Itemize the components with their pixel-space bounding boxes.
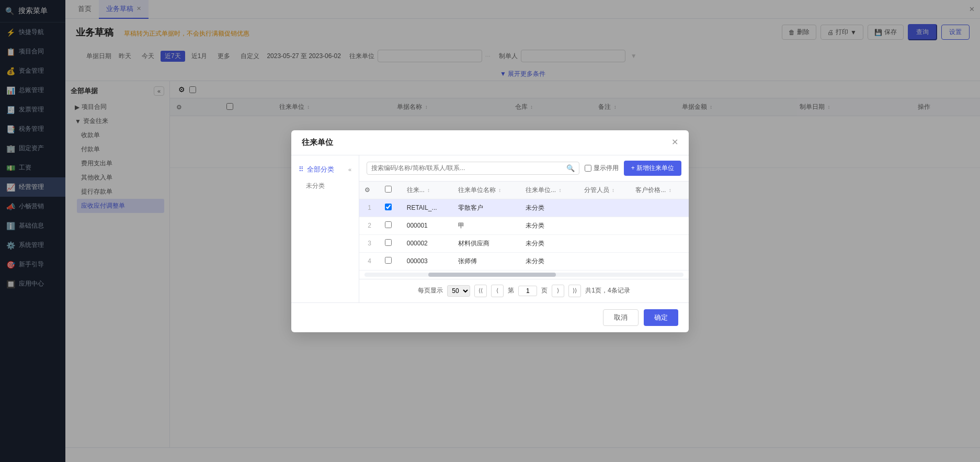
row-manager-cell	[579, 217, 631, 234]
row-settings-cell: 2	[359, 217, 380, 234]
row-category-cell: 未分类	[520, 252, 578, 270]
row-settings-cell: 3	[359, 234, 380, 252]
row-code-cell: 000003	[402, 252, 453, 270]
modal: 往来单位 ✕ ⠿ 全部分类 « 未分类	[291, 130, 689, 332]
modal-toolbar: 🔍 显示停用 + 新增往来单位	[359, 155, 689, 182]
row-name-cell: 张师傅	[453, 252, 520, 270]
modal-table-wrap: ⚙ 往来... ↕ 往来单位名称 ↕ 往来单位... ↕ 分管人员 ↕ 客户价格…	[359, 182, 689, 279]
row-manager-cell	[579, 199, 631, 217]
row-checkbox-cell[interactable]	[380, 217, 402, 234]
add-partner-button[interactable]: + 新增往来单位	[624, 161, 681, 176]
row-category-cell: 未分类	[520, 217, 578, 234]
modal-col-code: 往来... ↕	[402, 182, 453, 199]
modal-main: 🔍 显示停用 + 新增往来单位 ⚙	[359, 155, 689, 302]
modal-body: ⠿ 全部分类 « 未分类 🔍 显示停用	[291, 155, 689, 302]
row-code-cell: RETAIL_...	[402, 199, 453, 217]
modal-scrollbar-thumb	[428, 273, 556, 277]
next-page-btn[interactable]: ⟩	[552, 285, 564, 297]
row-code-cell: 000002	[402, 234, 453, 252]
prev-page-btn[interactable]: ⟨	[491, 285, 504, 297]
modal-scrollbar[interactable]	[364, 273, 683, 277]
row-checkbox-cell[interactable]	[380, 234, 402, 252]
modal-table-row[interactable]: 3 000002 材料供应商 未分类	[359, 234, 689, 252]
modal-sidebar-all[interactable]: ⠿ 全部分类 «	[291, 161, 359, 178]
row-checkbox-cell[interactable]	[380, 199, 402, 217]
row-name-cell: 材料供应商	[453, 234, 520, 252]
modal-overlay[interactable]: 往来单位 ✕ ⠿ 全部分类 « 未分类	[0, 0, 980, 462]
row-manager-cell	[579, 234, 631, 252]
row-category-cell: 未分类	[520, 234, 578, 252]
row-category-cell: 未分类	[520, 199, 578, 217]
modal-header: 往来单位 ✕	[291, 130, 689, 155]
modal-search-box[interactable]: 🔍	[367, 162, 579, 175]
row-settings-cell: 4	[359, 252, 380, 270]
show-disabled-checkbox[interactable]	[585, 165, 591, 172]
row-price-cell	[630, 234, 689, 252]
modal-close-button[interactable]: ✕	[671, 138, 678, 147]
modal-sidebar-collapse-icon[interactable]: «	[348, 166, 351, 173]
page-unit: 页	[541, 286, 548, 295]
modal-col-price: 客户价格... ↕	[630, 182, 689, 199]
page-label: 第	[508, 286, 514, 295]
row-price-cell	[630, 252, 689, 270]
modal-search-input[interactable]	[371, 164, 563, 172]
modal-col-checkbox	[380, 182, 402, 199]
modal-sidebar-uncategorized[interactable]: 未分类	[291, 178, 359, 194]
modal-col-category: 往来单位... ↕	[520, 182, 578, 199]
modal-footer: 取消 确定	[291, 302, 689, 332]
row-price-cell	[630, 199, 689, 217]
per-page-label: 每页显示	[418, 286, 443, 295]
first-page-btn[interactable]: ⟨⟨	[474, 285, 487, 297]
modal-title: 往来单位	[302, 138, 333, 148]
row-checkbox-cell[interactable]	[380, 252, 402, 270]
row-name-cell: 零散客户	[453, 199, 520, 217]
modal-sidebar: ⠿ 全部分类 « 未分类	[291, 155, 359, 302]
row-name-cell: 甲	[453, 217, 520, 234]
confirm-button[interactable]: 确定	[644, 309, 678, 326]
modal-table-row[interactable]: 2 000001 甲 未分类	[359, 217, 689, 234]
modal-pagination: 每页显示 50 ⟨⟨ ⟨ 第 页 ⟩ ⟩⟩ 共1页，4条记录	[359, 279, 689, 302]
modal-col-name: 往来单位名称 ↕	[453, 182, 520, 199]
row-code-cell: 000001	[402, 217, 453, 234]
row-manager-cell	[579, 252, 631, 270]
row-price-cell	[630, 217, 689, 234]
row-settings-cell: 1	[359, 199, 380, 217]
cancel-button[interactable]: 取消	[603, 309, 639, 326]
per-page-select[interactable]: 50	[447, 285, 470, 297]
modal-col-settings: ⚙	[359, 182, 380, 199]
modal-table-row[interactable]: 1 RETAIL_... 零散客户 未分类	[359, 199, 689, 217]
grid-dots-icon: ⠿	[299, 165, 304, 173]
last-page-btn[interactable]: ⟩⟩	[568, 285, 581, 297]
modal-search-icon: 🔍	[566, 164, 575, 172]
show-disabled-group: 显示停用	[585, 164, 619, 173]
modal-table-row[interactable]: 4 000003 张师傅 未分类	[359, 252, 689, 270]
current-page-input[interactable]	[518, 286, 537, 296]
modal-table: ⚙ 往来... ↕ 往来单位名称 ↕ 往来单位... ↕ 分管人员 ↕ 客户价格…	[359, 182, 689, 271]
total-info: 共1页，4条记录	[585, 286, 630, 295]
modal-col-manager: 分管人员 ↕	[579, 182, 631, 199]
